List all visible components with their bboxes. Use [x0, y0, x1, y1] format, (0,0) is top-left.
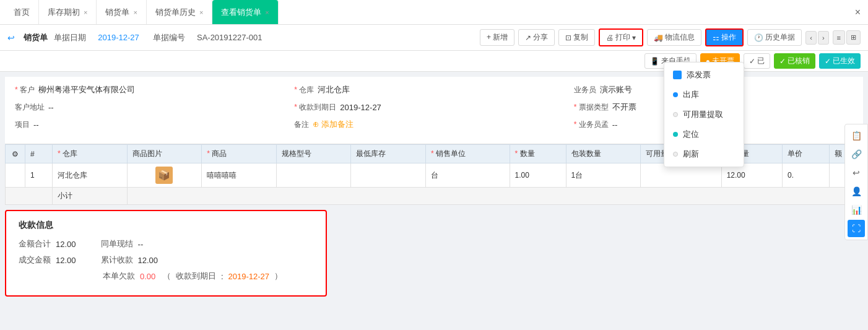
right-tool-4[interactable]: 👤: [848, 183, 865, 200]
th-sales-unit: 销售单位: [426, 145, 510, 163]
amount-total-label: 金额合计: [19, 238, 51, 250]
doc-type-label: 销货单: [24, 32, 48, 43]
row-spec: [276, 163, 351, 188]
operation-button[interactable]: ⚏ 操作: [705, 28, 744, 46]
amount-total-value: 12.00: [56, 240, 76, 249]
close-view-sales[interactable]: ×: [265, 9, 269, 16]
dropdown-locate[interactable]: 定位: [664, 124, 744, 144]
payment-date-field: 收款到期日 2019-12-27: [294, 102, 573, 113]
available-qty-icon: [673, 112, 678, 117]
dropdown-add-invoice[interactable]: 添发票: [664, 65, 744, 85]
close-inventory-init[interactable]: ×: [84, 9, 87, 16]
row-seq: 1: [25, 163, 53, 188]
staff-label: 业务员: [574, 85, 596, 95]
payment-date-label: 收款到期日: [294, 102, 336, 113]
effect-icon: ✓: [825, 57, 831, 66]
close-all-tabs[interactable]: ×: [855, 7, 861, 18]
row-settings: [6, 163, 25, 188]
same-order-settlement-value: --: [138, 240, 144, 249]
th-unit-price: 单价: [783, 145, 830, 163]
doc-date-label: 单据日期 2019-12-27: [54, 32, 147, 43]
payment-info-section: 收款信息 金额合计 12.00 同单现结 -- 成交金额 12.00 累计收款 …: [5, 210, 327, 297]
outbound-icon: [673, 92, 678, 97]
address-label: 客户地址: [15, 102, 45, 113]
prev-button[interactable]: ‹: [805, 31, 817, 45]
operation-icon: ⚏: [713, 33, 719, 42]
add-note-button[interactable]: ⊕ 添加备注: [313, 119, 354, 130]
row-unit-price: 0.: [783, 163, 830, 188]
payment-title: 收款信息: [19, 220, 313, 231]
confirm-label: 已: [757, 56, 765, 66]
effect-button[interactable]: ✓ 已生效: [819, 53, 861, 69]
tab-home[interactable]: 首页: [5, 0, 39, 24]
row-product: 嘻嘻嘻嘻: [202, 163, 277, 188]
warehouse-field: 仓库 河北仓库: [294, 84, 573, 95]
right-tool-2[interactable]: 🔗: [848, 145, 865, 163]
grid-view-button[interactable]: ⊞: [846, 30, 861, 45]
right-tool-5[interactable]: 📊: [848, 201, 865, 219]
right-tool-1[interactable]: 📋: [848, 127, 865, 144]
th-warehouse: 仓库: [52, 145, 127, 163]
copy-icon: ⊡: [565, 33, 571, 42]
next-button[interactable]: ›: [818, 31, 829, 45]
tab-sales-history[interactable]: 销货单历史 ×: [147, 0, 212, 24]
list-view-button[interactable]: ≡: [833, 30, 845, 45]
history-button[interactable]: 🕐 历史单据: [747, 29, 802, 46]
print-dropdown-arrow: ▾: [632, 33, 636, 42]
same-order-settlement-label: 同单现结: [101, 238, 133, 250]
payment-date-value: 2019-12-27: [340, 103, 381, 112]
right-tool-3[interactable]: ↩: [848, 164, 865, 181]
th-package-qty: 包装数量: [566, 145, 641, 163]
verified-icon: ✓: [779, 57, 786, 66]
customer-value: 柳州粤港平安气体有限公司: [38, 84, 135, 95]
nav-arrows: ‹ ›: [805, 31, 828, 45]
share-button[interactable]: ↗ 分享: [518, 29, 555, 46]
dropdown-refresh[interactable]: 刷新: [664, 144, 744, 164]
tab-sales-order[interactable]: 销货单 ×: [97, 0, 146, 24]
amount-total-item: 金额合计 12.00: [19, 238, 76, 250]
note-field: 备注 ⊕ 添加备注: [294, 119, 573, 130]
dropdown-outbound[interactable]: 出库: [664, 85, 744, 105]
tab-view-sales[interactable]: 查看销货单 ×: [212, 0, 278, 24]
th-settings[interactable]: ⚙: [6, 145, 25, 163]
tab-inventory-init[interactable]: 库存期初 ×: [39, 0, 97, 24]
print-button[interactable]: 🖨 打印 ▾: [599, 28, 643, 46]
due-date-label: 收款到期日: [176, 271, 216, 282]
note-label: 备注: [294, 119, 309, 130]
add-button[interactable]: + 新增: [480, 29, 514, 46]
confirm-button[interactable]: ✓ 已: [744, 53, 770, 69]
due-date-close: ）: [274, 271, 282, 282]
th-product-img: 商品图片: [127, 145, 202, 163]
dropdown-available-qty[interactable]: 可用量提取: [664, 105, 744, 124]
th-seq: #: [25, 145, 53, 163]
salesperson-label: 业务员孟: [574, 119, 609, 130]
address-value: --: [48, 103, 54, 112]
history-icon: 🕐: [754, 33, 763, 42]
header-actions: + 新增 ↗ 分享 ⊡ 复制 🖨 打印 ▾ 🚚 物流信息 ⚏ 操作 🕐 历史单据…: [480, 28, 861, 46]
current-due-value: 0.00: [140, 272, 155, 281]
verified-button[interactable]: ✓ 已核销: [774, 53, 815, 69]
project-field: 项目 --: [15, 119, 294, 130]
th-product: 商品: [202, 145, 277, 163]
th-quantity: 数量: [510, 145, 566, 163]
logistics-button[interactable]: 🚚 物流信息: [647, 29, 701, 46]
ticket-type-value: 不开票: [612, 102, 636, 113]
staff-value: 演示账号: [600, 84, 632, 95]
right-tool-6[interactable]: ⛶: [848, 220, 865, 237]
payment-row-2: 成交金额 12.00 累计收款 12.00: [19, 254, 313, 266]
row-package-qty: 1台: [566, 163, 641, 188]
salesperson-value: --: [612, 120, 618, 129]
add-note-icon: ⊕: [313, 119, 319, 129]
mobile-icon: 📱: [650, 57, 659, 66]
due-date-value: 2019-12-27: [228, 272, 270, 281]
project-value: --: [33, 120, 39, 129]
doc-type-icon: ↩: [7, 33, 15, 43]
close-sales-order[interactable]: ×: [133, 9, 137, 16]
payment-row-1: 金额合计 12.00 同单现结 --: [19, 238, 313, 250]
copy-button[interactable]: ⊡ 复制: [558, 29, 595, 46]
current-due-item: 本单欠款 0.00 （ 收款到期日 : 2019-12-27 ）: [103, 271, 282, 282]
cumulative-payment-value: 12.00: [138, 256, 158, 265]
cumulative-payment-item: 累计收款 12.00: [101, 254, 158, 266]
close-sales-history[interactable]: ×: [199, 9, 203, 16]
subtotal-empty-1: 小计: [52, 188, 127, 205]
